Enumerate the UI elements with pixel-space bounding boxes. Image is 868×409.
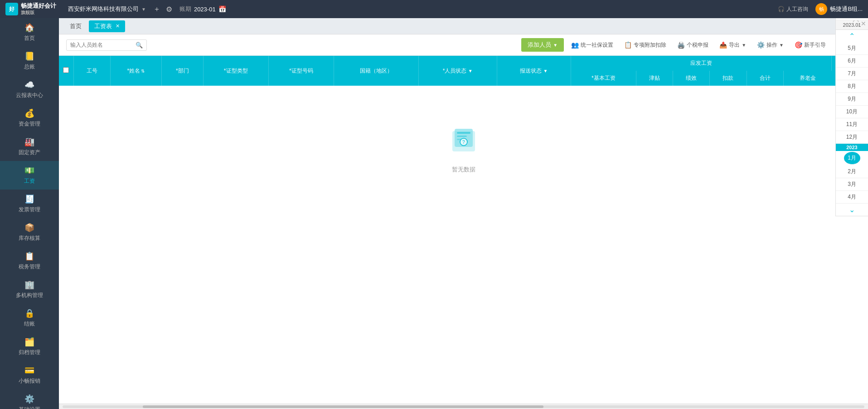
month-item-6[interactable]: 6月 [836, 55, 868, 68]
year-scroll-down-button[interactable]: ⌄ [836, 204, 868, 216]
toolbar-guide-icon: 🎯 [795, 41, 802, 49]
export-label: 导出 [729, 41, 740, 49]
toolbar-guide-action[interactable]: 🎯 新手引导 [791, 39, 829, 51]
sidebar-item-home[interactable]: 🏠 首页 [0, 18, 59, 47]
logo-icon: 好 [5, 3, 18, 15]
month-item-9[interactable]: 9月 [836, 93, 868, 106]
sidebar-item-expense[interactable]: 💳 小畅报销 [0, 361, 59, 390]
th-person-status: *人员状态 ▼ [418, 56, 497, 86]
tab-salary[interactable]: 工资表 ✕ [89, 20, 125, 32]
sidebar-label-settings: 基础设置 [19, 406, 40, 409]
add-button[interactable]: ＋ [153, 5, 160, 14]
user-info[interactable]: 畅 畅捷通B组... [815, 3, 863, 15]
tax-declare-action[interactable]: 🖨️ 个税申报 [674, 39, 712, 51]
sidebar-item-archive[interactable]: 🗂️ 归档管理 [0, 332, 59, 361]
svg-rect-3 [457, 136, 467, 137]
person-status-filter-icon[interactable]: ▼ [468, 68, 473, 73]
add-person-button[interactable]: 添加人员 ▼ [521, 38, 564, 52]
salary-icon: 💵 [24, 166, 34, 175]
support-button[interactable]: 🎧 人工咨询 [778, 5, 808, 13]
inventory-icon: 📦 [24, 223, 34, 233]
top-header: 好 畅捷通好会计 旗舰版 西安虾米网络科技有限公司 ▼ ＋ ⚙ 账期 2023-… [0, 0, 868, 18]
month-item-5[interactable]: 5月 [836, 42, 868, 55]
month-item-7[interactable]: 7月 [836, 68, 868, 80]
sidebar-item-salary[interactable]: 💵 工资 [0, 161, 59, 190]
content-area: 首页 工资表 ✕ 🔍 添加人员 ▼ 👥 统一社保设置 [59, 18, 868, 409]
operations-dropdown-icon: ▼ [779, 43, 784, 48]
th-employee-id: 工号 [73, 56, 110, 86]
month-item-3[interactable]: 3月 [836, 178, 868, 191]
scroll-indicator [59, 404, 868, 409]
table-header-row: 工号 *姓名 ⇅ *部门 *证型类型 *证型号码 国籍（地区） *人员状态 [59, 56, 868, 71]
company-selector[interactable]: 西安虾米网络科技有限公司 ▼ [68, 5, 146, 13]
user-avatar: 畅 [815, 3, 827, 15]
toolbar-right: 添加人员 ▼ 👥 统一社保设置 📋 专项附加扣除 🖨️ 个税申报 📤 [521, 38, 861, 52]
tax-declare-icon: 🖨️ [677, 41, 685, 49]
sidebar-item-basic-settings[interactable]: ⚙️ 基础设置 [0, 390, 59, 409]
close-panel-button[interactable]: ✕ [861, 20, 866, 27]
month-item-11[interactable]: 11月 [836, 118, 868, 131]
logo-area: 好 畅捷通好会计 旗舰版 [5, 2, 64, 16]
search-icon: 🔍 [136, 42, 143, 49]
user-name: 畅捷通B组... [830, 5, 863, 13]
empty-state: ? 暂无数据 [59, 86, 868, 210]
main-layout: 🏠 首页 📒 总账 ☁️ 云报表中心 💰 资金管理 🏭 固定资产 💵 工资 🧾 … [0, 18, 868, 409]
social-security-action[interactable]: 👥 统一社保设置 [567, 39, 617, 51]
sidebar-item-tax[interactable]: 📋 税务管理 [0, 247, 59, 275]
sidebar-item-cloud-report[interactable]: ☁️ 云报表中心 [0, 75, 59, 104]
sidebar-item-ledger[interactable]: 📒 总账 [0, 47, 59, 75]
scrollbar-thumb[interactable] [143, 405, 544, 408]
tab-salary-label: 工资表 [94, 22, 112, 30]
month-item-1-active[interactable]: 1月 [844, 152, 860, 165]
month-item-2[interactable]: 2月 [836, 166, 868, 178]
calendar-icon[interactable]: 📅 [218, 5, 226, 13]
sidebar-item-invoice[interactable]: 🧾 发票管理 [0, 190, 59, 218]
special-deduct-action[interactable]: 📋 专项附加扣除 [621, 39, 670, 51]
horizontal-scrollbar[interactable] [63, 405, 864, 408]
sidebar-item-fund[interactable]: 💰 资金管理 [0, 104, 59, 132]
th-pension: 养老金 [783, 71, 831, 86]
settings-button[interactable]: ⚙ [166, 5, 172, 14]
empty-illustration: ? [446, 122, 482, 158]
assets-icon: 🏭 [24, 137, 34, 147]
sidebar-item-multi-org[interactable]: 🏢 多机构管理 [0, 275, 59, 304]
social-security-label: 统一社保设置 [581, 41, 613, 49]
submit-status-filter-icon[interactable]: ▼ [543, 68, 548, 73]
sidebar-label-invoice: 发票管理 [19, 206, 40, 214]
sidebar-item-close-accounts[interactable]: 🔒 结账 [0, 304, 59, 332]
tab-close-icon[interactable]: ✕ [116, 23, 120, 29]
add-person-dropdown-icon: ▼ [553, 43, 558, 48]
operations-action[interactable]: ⚙️ 操作 ▼ [753, 39, 787, 51]
headset-icon: 🎧 [778, 6, 785, 12]
month-item-10[interactable]: 10月 [836, 106, 868, 118]
sidebar-label-cloud: 云报表中心 [16, 92, 43, 99]
sidebar-label-home: 首页 [24, 34, 35, 42]
month-item-8[interactable]: 8月 [836, 80, 868, 93]
sidebar-label-archive: 归档管理 [19, 349, 40, 356]
special-deduct-label: 专项附加扣除 [634, 41, 666, 49]
export-action[interactable]: 📤 导出 ▼ [716, 39, 750, 51]
salary-table: 工号 *姓名 ⇅ *部门 *证型类型 *证型号码 国籍（地区） *人员状态 [59, 56, 868, 86]
search-input[interactable] [70, 42, 134, 48]
tab-home-label: 首页 [70, 22, 82, 30]
special-deduct-icon: 📋 [624, 41, 632, 49]
th-total: 合计 [747, 71, 783, 86]
th-checkbox [59, 56, 73, 86]
company-dropdown-icon[interactable]: ▼ [141, 7, 146, 12]
select-all-checkbox[interactable] [63, 67, 69, 73]
year-scroll-up-button[interactable]: ⌃ [836, 30, 868, 42]
period-value: 2023-01 [194, 6, 216, 13]
sidebar-label-salary: 工资 [24, 177, 35, 185]
month-item-12[interactable]: 12月 [836, 131, 868, 144]
export-dropdown-icon: ▼ [742, 43, 746, 48]
tabs-bar: 首页 工资表 ✕ [59, 18, 868, 34]
month-item-4[interactable]: 4月 [836, 191, 868, 204]
name-sort-icon[interactable]: ⇅ [141, 68, 145, 73]
expand-panel-button[interactable]: ⛶ [853, 20, 859, 27]
operations-icon: ⚙️ [757, 41, 765, 49]
tab-home[interactable]: 首页 [64, 20, 87, 32]
sidebar-label-ledger: 总账 [24, 63, 35, 71]
sidebar-item-assets[interactable]: 🏭 固定资产 [0, 132, 59, 161]
sidebar-item-inventory[interactable]: 📦 库存核算 [0, 218, 59, 247]
sidebar-label-expense: 小畅报销 [19, 377, 40, 385]
